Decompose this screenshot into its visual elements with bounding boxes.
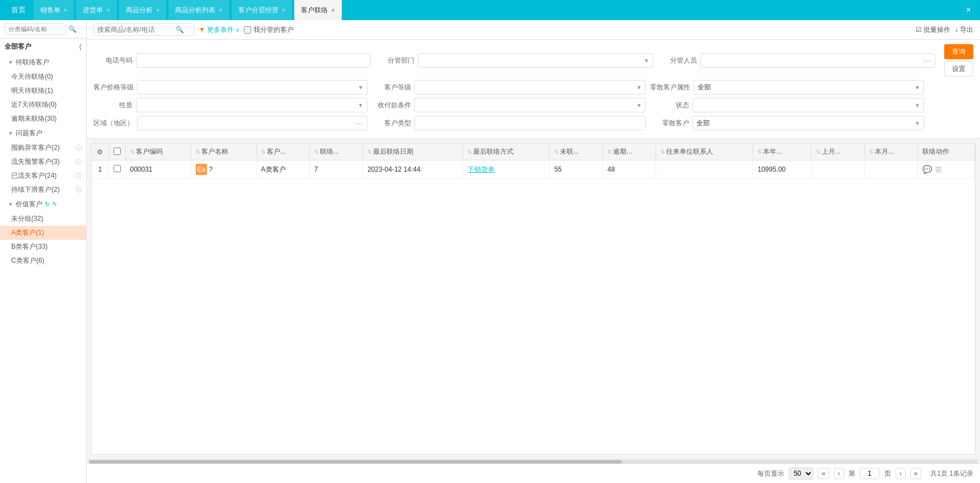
sidebar-item-class-b[interactable]: B类客户(33) bbox=[0, 240, 86, 254]
settings-button[interactable]: 设置 bbox=[944, 61, 973, 77]
my-customers-checkbox[interactable]: 我分管的客户 bbox=[244, 25, 294, 35]
filter-search-icon[interactable]: 🔍 bbox=[176, 26, 184, 34]
edit-icon[interactable]: ✎ bbox=[52, 201, 57, 208]
close-customer-contact-icon[interactable]: × bbox=[331, 0, 334, 20]
next-page-button[interactable]: › bbox=[896, 468, 906, 479]
export-button[interactable]: ↓ 导出 bbox=[955, 25, 973, 35]
filter-dept: 分管部门 ▼ bbox=[375, 53, 653, 68]
sidebar-item-today-pending[interactable]: 今天待联络(0) bbox=[0, 70, 86, 84]
problem-customers-label: 问题客户 bbox=[16, 129, 43, 138]
tab-customer-segment[interactable]: 客户分层经营 × bbox=[232, 0, 292, 20]
dept-select[interactable]: ▼ bbox=[418, 53, 653, 68]
sidebar-search-icon[interactable]: 🔍 bbox=[68, 25, 77, 33]
type-cell: A类客户 bbox=[256, 160, 309, 179]
sidebar-item-overdue-no-contact[interactable]: 逾期未联络(30) bbox=[0, 112, 86, 126]
customer-type-input[interactable] bbox=[414, 116, 646, 130]
window-close-button[interactable]: × bbox=[962, 5, 976, 15]
close-product-analysis-list-icon[interactable]: × bbox=[219, 0, 222, 20]
person-input[interactable]: ··· bbox=[700, 53, 935, 68]
filter-nature: 性质 ▼ bbox=[93, 98, 368, 112]
select-all-checkbox[interactable] bbox=[114, 148, 121, 155]
customer-avatar: Ea bbox=[196, 164, 207, 175]
check-cell[interactable] bbox=[109, 160, 125, 179]
sidebar-group-problem-customers[interactable]: ▼ 问题客户 bbox=[0, 126, 86, 141]
prev-page-button[interactable]: ‹ bbox=[834, 468, 844, 479]
sidebar-item-continuous-decline[interactable]: 持续下滑客户(2) ⓘ bbox=[0, 183, 86, 197]
search-input[interactable] bbox=[97, 26, 176, 34]
tab-sales-order[interactable]: 销售单 × bbox=[34, 0, 74, 20]
close-product-analysis-icon[interactable]: × bbox=[156, 0, 159, 20]
last-contact-method-cell[interactable]: 下销货单 bbox=[463, 160, 549, 179]
row-checkbox[interactable] bbox=[114, 165, 121, 172]
table-header-row: ⚙ ⇅客户编码 ⇅客户名称 ⇅客户... ⇅联络... ⇅最后联络日期 ⇅最后联… bbox=[92, 144, 975, 160]
home-tab[interactable]: 首页 bbox=[4, 0, 32, 20]
help-icon-3[interactable]: ⓘ bbox=[76, 172, 82, 180]
retail-attr-select[interactable]: 全部▼ bbox=[694, 80, 924, 94]
filter-panel: 电话号码 分管部门 ▼ 分管人员 ··· 查询 设置 bbox=[87, 40, 980, 139]
phone-label: 电话号码 bbox=[93, 56, 133, 65]
payment-select[interactable]: ▼ bbox=[414, 98, 646, 112]
message-action-icon[interactable]: 💬 bbox=[922, 165, 932, 174]
help-icon-4[interactable]: ⓘ bbox=[76, 186, 82, 194]
query-button[interactable]: 查询 bbox=[944, 44, 973, 59]
my-customers-check[interactable] bbox=[244, 26, 251, 34]
price-grade-select[interactable]: ▼ bbox=[137, 80, 368, 94]
customer-grade-select[interactable]: ▼ bbox=[414, 80, 646, 94]
sidebar-item-tomorrow-pending[interactable]: 明天待联络(1) bbox=[0, 84, 86, 98]
value-customers-label: 价值客户 bbox=[16, 200, 43, 209]
sidebar-search-input[interactable] bbox=[4, 23, 66, 35]
no-contact-cell: 55 bbox=[549, 160, 602, 179]
sidebar-item-churned[interactable]: 已流失客户(24) ⓘ bbox=[0, 169, 86, 183]
class-a-label: A类客户(1) bbox=[11, 228, 82, 238]
sidebar-item-churn-warning[interactable]: 流失预警客户(3) ⓘ bbox=[0, 155, 86, 169]
more-filters-button[interactable]: ▼ 更多条件 ∨ bbox=[199, 25, 239, 35]
filter-customer-grade: 客户等级 ▼ bbox=[372, 80, 646, 94]
filter-region: 区域（地区） ··· bbox=[93, 116, 368, 130]
filter-payment: 收付款条件 ▼ bbox=[372, 98, 646, 112]
sidebar-item-7days-pending[interactable]: 近7天待联络(0) bbox=[0, 98, 86, 112]
close-purchase-order-icon[interactable]: × bbox=[106, 0, 110, 20]
tab-product-analysis-list-label: 商品分析列表 bbox=[175, 0, 215, 20]
retail-customer-select[interactable]: 全部▼ bbox=[692, 116, 924, 130]
sidebar-group-pending-contact[interactable]: ▼ 待联络客户 bbox=[0, 55, 86, 70]
filter-retail-customer: 零散客户 全部▼ bbox=[650, 116, 924, 130]
contact-method-link[interactable]: 下销货单 bbox=[468, 165, 494, 173]
last-contact-date-cell: 2023-04-12 14:44: bbox=[362, 160, 463, 179]
nature-select[interactable]: ▼ bbox=[136, 98, 368, 112]
tab-product-analysis-list[interactable]: 商品分析列表 × bbox=[168, 0, 229, 20]
sidebar-item-hoarding-abnormal[interactable]: 囤购异常客户(2) ⓘ bbox=[0, 141, 86, 155]
sidebar-group-value-customers[interactable]: ▼ 价值客户 ↻ ✎ bbox=[0, 197, 86, 212]
sidebar-item-class-c[interactable]: C类客户(6) bbox=[0, 254, 86, 268]
qr-action-icon[interactable]: ⊞ bbox=[935, 165, 942, 174]
last-page-button[interactable]: » bbox=[910, 468, 922, 479]
sidebar-item-class-a[interactable]: A类客户(1) bbox=[0, 226, 86, 240]
batch-op-label: 批量操作 bbox=[924, 25, 950, 35]
horizontal-scrollbar[interactable] bbox=[87, 459, 980, 463]
page-input[interactable] bbox=[860, 468, 880, 479]
help-icon-1[interactable]: ⓘ bbox=[76, 144, 82, 152]
nature-label: 性质 bbox=[93, 101, 133, 110]
per-page-select[interactable]: 50 bbox=[789, 467, 813, 480]
th-code: ⇅客户编码 bbox=[125, 144, 191, 160]
help-icon-2[interactable]: ⓘ bbox=[76, 158, 82, 166]
status-select[interactable]: ▼ bbox=[692, 98, 924, 112]
sidebar-all-customers-header[interactable]: 全部客户 ⟨ bbox=[0, 39, 86, 55]
tab-customer-contact[interactable]: 客户联络 × bbox=[294, 0, 341, 20]
close-sales-order-icon[interactable]: × bbox=[64, 0, 67, 20]
arrow-down-icon: ▼ bbox=[8, 59, 13, 65]
close-customer-segment-icon[interactable]: × bbox=[282, 0, 285, 20]
region-input[interactable]: ··· bbox=[137, 116, 368, 130]
sidebar-item-ungrouped[interactable]: 未分组(32) bbox=[0, 212, 86, 226]
scroll-thumb[interactable] bbox=[89, 460, 622, 463]
batch-operation-button[interactable]: ☑ 批量操作 bbox=[916, 25, 950, 35]
th-check[interactable] bbox=[109, 144, 125, 160]
tab-product-analysis[interactable]: 商品分析 × bbox=[119, 0, 166, 20]
top-navigation: 首页 销售单 × 进货单 × 商品分析 × 商品分析列表 × 客户分层经营 × … bbox=[0, 0, 980, 20]
filter-row-1: 电话号码 分管部门 ▼ 分管人员 ··· 查询 设置 bbox=[93, 44, 973, 77]
refresh-icon[interactable]: ↻ bbox=[45, 201, 50, 208]
tab-purchase-order[interactable]: 进货单 × bbox=[76, 0, 116, 20]
phone-input[interactable] bbox=[136, 53, 371, 68]
th-gear[interactable]: ⚙ bbox=[92, 144, 109, 160]
sidebar-collapse-icon[interactable]: ⟨ bbox=[79, 43, 82, 51]
first-page-button[interactable]: « bbox=[818, 468, 830, 479]
